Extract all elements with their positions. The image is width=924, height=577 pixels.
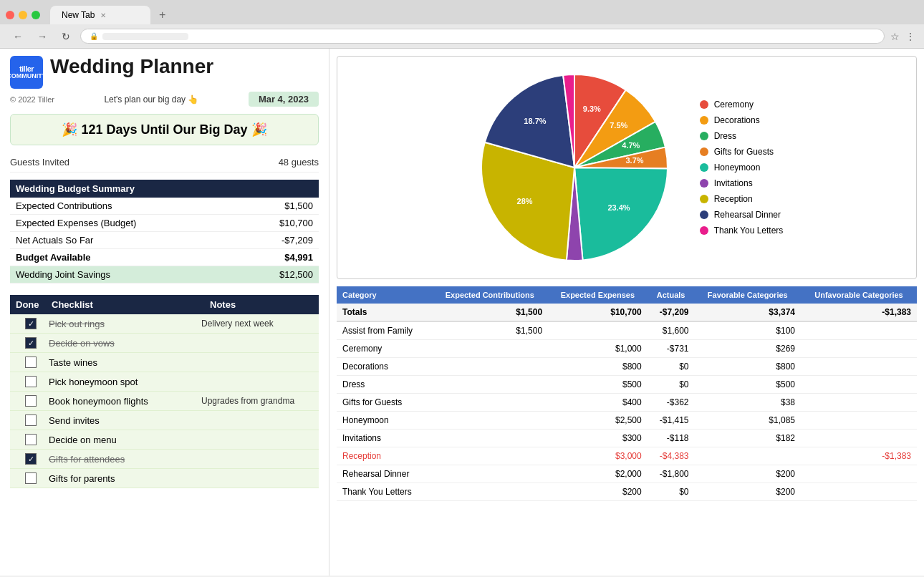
table-row: Honeymoon $2,500 -$1,415 $1,085: [337, 412, 917, 430]
legend-dot: [700, 116, 708, 125]
pie-label: 18.7%: [524, 117, 546, 125]
budget-row-value: -$7,209: [281, 235, 313, 246]
left-panel: tiller COMMUNITY Wedding Planner © 2022 …: [0, 49, 329, 576]
checkbox[interactable]: ✓: [13, 453, 49, 465]
legend-dot: [700, 179, 708, 188]
totals-expenses: $10,700: [548, 304, 648, 321]
col-done-header: Done: [10, 295, 46, 314]
row-expenses: $400: [548, 394, 648, 412]
legend-label: Reception: [714, 194, 753, 204]
list-item: Pick honeymoon spot: [10, 372, 319, 392]
row-expenses: $200: [548, 483, 648, 501]
active-tab[interactable]: New Tab ✕: [50, 6, 150, 24]
row-favorable: $500: [695, 376, 802, 394]
legend-dot: [700, 100, 708, 109]
new-tab-button[interactable]: +: [153, 6, 171, 24]
right-panel: 9.3%7.5%4.7%3.7%23.4%28%18.7% Ceremony D…: [329, 49, 924, 576]
checkbox[interactable]: [13, 395, 49, 407]
checkbox[interactable]: [13, 414, 49, 426]
row-category: Rehearsal Dinner: [337, 465, 431, 483]
budget-rows: Expected Contributions$1,500Expected Exp…: [10, 198, 319, 283]
refresh-button[interactable]: ↻: [57, 29, 74, 44]
table-row: Assist from Family $1,500 $1,600 $100: [337, 321, 917, 340]
row-favorable: $800: [695, 358, 802, 376]
row-expenses: $3,000: [548, 447, 648, 465]
checklist-header: Done Checklist Notes: [10, 295, 319, 314]
row-contributions: [431, 483, 548, 501]
checkbox[interactable]: ✓: [13, 318, 49, 329]
legend-dot: [700, 163, 708, 172]
row-contributions: [431, 447, 548, 465]
pie-label: 3.7%: [625, 156, 643, 165]
legend-dot: [700, 195, 708, 203]
legend-label: Ceremony: [714, 100, 754, 110]
browser-chrome: New Tab ✕ + ← → ↻ 🔒 ☆ ⋮: [0, 0, 924, 49]
checkbox[interactable]: [13, 376, 49, 387]
menu-icon[interactable]: ⋮: [905, 31, 915, 42]
row-favorable: $269: [695, 340, 802, 358]
legend-item: Dress: [700, 131, 784, 141]
row-unfavorable: [801, 412, 917, 430]
close-button[interactable]: [6, 11, 14, 19]
th-favorable: Favorable Categories: [695, 286, 802, 304]
legend-dot: [700, 147, 708, 156]
budget-row-label: Expected Contributions: [16, 200, 112, 211]
row-favorable: $182: [695, 430, 802, 447]
row-favorable: $1,085: [695, 412, 802, 430]
back-button[interactable]: ←: [9, 29, 27, 44]
row-contributions: [431, 465, 548, 483]
row-category: Ceremony: [337, 340, 431, 358]
row-actuals: -$4,383: [648, 447, 695, 465]
minimize-button[interactable]: [19, 11, 27, 19]
url-text: [102, 33, 188, 40]
pie-label: 28%: [516, 197, 532, 205]
bookmark-icon[interactable]: ☆: [890, 31, 900, 42]
list-item: Send invites: [10, 411, 319, 430]
checklist-body: ✓ Pick out rings Delivery next week ✓ De…: [10, 314, 319, 488]
checkbox[interactable]: [13, 472, 49, 484]
tab-title: New Tab: [62, 10, 95, 20]
row-contributions: [431, 430, 548, 447]
guests-row: Guests Invited 48 guests: [10, 152, 319, 173]
th-category: Category: [337, 286, 431, 304]
row-contributions: [431, 394, 548, 412]
row-unfavorable: [801, 430, 917, 447]
row-category: Decorations: [337, 358, 431, 376]
tagline: Let's plan our big day 👆: [104, 94, 198, 105]
checkbox[interactable]: ✓: [13, 337, 49, 349]
row-category: Assist from Family: [337, 321, 431, 340]
tab-close-icon[interactable]: ✕: [100, 11, 106, 19]
main-content: tiller COMMUNITY Wedding Planner © 2022 …: [0, 49, 924, 576]
row-expenses: [548, 321, 648, 340]
forward-button[interactable]: →: [33, 29, 52, 44]
list-item: ✓ Decide on vows: [10, 334, 319, 353]
budget-table: Category Expected Contributions Expected…: [337, 286, 917, 501]
row-unfavorable: -$1,383: [801, 447, 917, 465]
row-category: Invitations: [337, 430, 431, 447]
row-contributions: $1,500: [431, 321, 548, 340]
checkbox[interactable]: [13, 434, 49, 445]
checklist-item-text: Decide on vows: [49, 338, 201, 349]
row-actuals: -$362: [648, 394, 695, 412]
budget-row: Expected Contributions$1,500: [10, 198, 319, 215]
url-box[interactable]: 🔒: [80, 29, 885, 44]
list-item: Decide on menu: [10, 430, 319, 450]
legend-label: Dress: [714, 131, 736, 141]
pie-label: 4.7%: [622, 141, 640, 150]
legend-item: Invitations: [700, 178, 784, 188]
row-unfavorable: [801, 465, 917, 483]
checklist-item-notes: Upgrades from grandma: [201, 396, 316, 406]
row-actuals: $0: [648, 376, 695, 394]
row-actuals: $0: [648, 358, 695, 376]
pie-label: 7.5%: [610, 121, 627, 130]
budget-table-body: Totals $1,500 $10,700 -$7,209 $3,374 -$1…: [337, 304, 917, 501]
checkbox[interactable]: [13, 357, 49, 368]
row-expenses: $300: [548, 430, 648, 447]
legend-label: Invitations: [714, 178, 753, 188]
th-unfavorable: Unfavorable Categories: [801, 286, 917, 304]
table-row: Rehearsal Dinner $2,000 -$1,800 $200: [337, 465, 917, 483]
budget-row: Net Actuals So Far-$7,209: [10, 232, 319, 249]
row-expenses: $2,000: [548, 465, 648, 483]
maximize-button[interactable]: [32, 11, 40, 19]
table-row: Decorations $800 $0 $800: [337, 358, 917, 376]
